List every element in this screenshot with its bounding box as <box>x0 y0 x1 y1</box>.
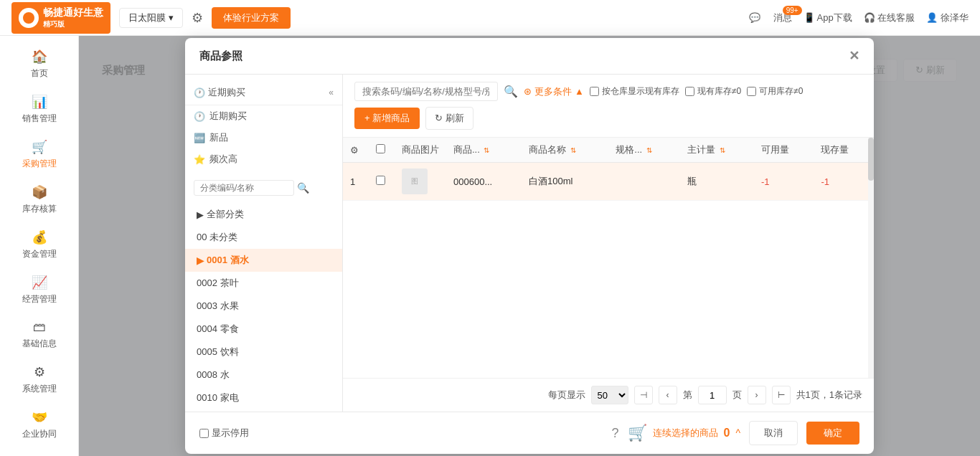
th-spec[interactable]: 规格... ⇅ <box>608 138 680 163</box>
per-page-select[interactable]: 50 10 20 100 <box>591 386 628 404</box>
col-header-unit: 主计量 <box>687 144 715 155</box>
stock-warehouse-check[interactable] <box>590 87 599 96</box>
col-header-available: 可用量 <box>761 144 789 155</box>
sidebar-item-home[interactable]: 🏠 首页 <box>0 42 78 87</box>
quick-recent[interactable]: 🕐 近期购买 <box>185 105 342 127</box>
last-page-btn[interactable]: ⊢ <box>772 386 791 404</box>
category-item-0004[interactable]: 0004 零食 <box>185 318 342 341</box>
refresh-btn[interactable]: ↻ 刷新 <box>425 107 473 130</box>
sidebar-label-inventory: 库存核算 <box>22 203 57 215</box>
logo-icon <box>19 8 39 28</box>
cancel-button[interactable]: 取消 <box>749 421 798 445</box>
category-item-0010[interactable]: 0010 家电 <box>185 386 342 409</box>
sidebar-item-guide[interactable]: 📖 新手引导 <box>0 447 78 456</box>
sidebar-item-collab[interactable]: 🤝 企业协同 <box>0 402 78 447</box>
confirm-button[interactable]: 确定 <box>806 422 859 445</box>
scrollbar-thumb[interactable] <box>868 138 874 181</box>
category-search-input[interactable] <box>194 180 294 196</box>
modal-body: 🕐 近期购买 « 🕐 近期购买 🆕 新品 <box>185 75 874 412</box>
stock-not-zero-check[interactable] <box>685 87 694 96</box>
product-reference-modal: 商品参照 ✕ 🕐 近期购买 « <box>185 38 874 454</box>
th-checkbox[interactable] <box>369 138 395 163</box>
app-download[interactable]: 📱 App下载 <box>804 11 852 24</box>
product-search-icon[interactable]: 🔍 <box>504 85 518 98</box>
help-icon[interactable]: ? <box>612 426 619 441</box>
pagination: 每页显示 50 10 20 100 ⊣ ‹ 第 页 <box>343 378 874 412</box>
prev-page-btn[interactable]: ‹ <box>659 386 677 404</box>
all-category-arrow: ▶ <box>197 209 204 220</box>
product-search-input[interactable] <box>354 82 498 101</box>
sidebar-item-business[interactable]: 📈 经营管理 <box>0 267 78 313</box>
sort-name-icon: ⇅ <box>570 146 576 154</box>
company-selector[interactable]: 日太阳膜 ▾ <box>119 8 183 28</box>
category-item-0008[interactable]: 0008 水 <box>185 364 342 386</box>
show-disabled-checkbox[interactable] <box>199 429 209 438</box>
th-code[interactable]: 商品... ⇅ <box>446 138 522 163</box>
company-name: 日太阳膜 <box>128 11 166 24</box>
category-label-0005: 0005 饮料 <box>197 346 239 358</box>
cart-icon[interactable]: 🛒 <box>628 424 647 442</box>
trial-btn[interactable]: 体验行业方案 <box>212 7 291 29</box>
all-category-label: 全部分类 <box>207 208 244 221</box>
row-checkbox[interactable] <box>376 176 385 185</box>
usable-not-zero-checkbox[interactable]: 可用库存≠0 <box>747 85 803 98</box>
category-all[interactable]: ▶ 全部分类 <box>185 203 342 226</box>
category-item-0003[interactable]: 0003 水果 <box>185 295 342 318</box>
filter-btn[interactable]: ⊛ 更多条件 ▲ <box>524 85 584 98</box>
category-item-0001[interactable]: ▶ 0001 酒水 <box>185 249 342 272</box>
online-service[interactable]: 🎧 在线客服 <box>864 11 915 24</box>
stock-warehouse-label: 按仓库显示现有库存 <box>602 85 679 98</box>
sidebar-item-system[interactable]: ⚙ 系统管理 <box>0 357 78 402</box>
collab-icon: 🤝 <box>32 409 47 425</box>
sidebar-label-system: 系统管理 <box>22 383 57 395</box>
table-body: 1 图 000600... 白酒100ml <box>343 163 874 201</box>
user-area[interactable]: 👤 徐泽华 <box>926 11 969 24</box>
gear-icon[interactable]: ⚙ <box>192 10 203 26</box>
show-disabled-label[interactable]: 显示停用 <box>199 427 249 440</box>
sales-icon: 📊 <box>32 94 47 110</box>
cart-label: 连续选择的商品 <box>653 427 718 440</box>
th-name[interactable]: 商品名称 ⇅ <box>522 138 608 163</box>
quick-new[interactable]: 🆕 新品 <box>185 127 342 148</box>
table-row[interactable]: 1 图 000600... 白酒100ml <box>343 163 874 201</box>
th-gear[interactable]: ⚙ <box>343 138 369 163</box>
modal-close-button[interactable]: ✕ <box>849 48 859 64</box>
select-all-checkbox[interactable] <box>376 144 385 153</box>
system-icon: ⚙ <box>34 364 45 380</box>
usable-not-zero-check[interactable] <box>747 87 756 96</box>
category-item-0002[interactable]: 0002 茶叶 <box>185 272 342 295</box>
sidebar-item-purchase[interactable]: 🛒 采购管理 <box>0 132 78 177</box>
per-page-label: 每页显示 <box>548 389 585 402</box>
category-search-icon[interactable]: 🔍 <box>297 182 309 194</box>
message-badge-container[interactable]: 💬 99+ 消息 <box>749 11 792 24</box>
stock-not-zero-checkbox[interactable]: 现有库存≠0 <box>685 85 741 98</box>
cell-checkbox[interactable] <box>369 163 395 201</box>
cart-collapse-icon[interactable]: ^ <box>735 427 740 439</box>
sidebar-item-basic[interactable]: 🗃 基础信息 <box>0 313 78 357</box>
category-item-00[interactable]: 00 未分类 <box>185 226 342 249</box>
th-unit[interactable]: 主计量 ⇅ <box>680 138 754 163</box>
category-label-0008: 0008 水 <box>197 369 230 381</box>
page-number-input[interactable] <box>698 386 727 404</box>
collapse-btn[interactable]: « <box>329 87 334 98</box>
recent-buy-label[interactable]: 近期购买 <box>208 86 245 99</box>
category-item-0005[interactable]: 0005 饮料 <box>185 341 342 364</box>
sidebar-item-inventory[interactable]: 📦 库存核算 <box>0 177 78 222</box>
quick-new-label: 新品 <box>209 131 228 144</box>
purchase-icon: 🛒 <box>32 139 47 155</box>
add-product-btn[interactable]: + 新增商品 <box>354 108 420 129</box>
cart-count: 0 <box>724 427 730 440</box>
page-text2: 页 <box>732 389 742 402</box>
filter-label: 更多条件 <box>534 85 572 98</box>
next-page-btn[interactable]: › <box>748 386 766 404</box>
first-page-btn[interactable]: ⊣ <box>634 386 653 404</box>
col-header-spec: 规格... <box>616 144 642 155</box>
home-icon: 🏠 <box>32 49 47 65</box>
sidebar-label-home: 首页 <box>31 67 48 80</box>
quick-frequent[interactable]: ⭐ 频次高 <box>185 148 342 170</box>
sidebar-item-sales[interactable]: 📊 销售管理 <box>0 87 78 132</box>
stock-by-warehouse-checkbox[interactable]: 按仓库显示现有库存 <box>590 85 679 98</box>
scrollbar-track[interactable] <box>868 138 874 378</box>
modal-right-panel: 🔍 ⊛ 更多条件 ▲ 按仓库显示现有库存 <box>343 75 874 412</box>
sidebar-item-finance[interactable]: 💰 资金管理 <box>0 222 78 267</box>
